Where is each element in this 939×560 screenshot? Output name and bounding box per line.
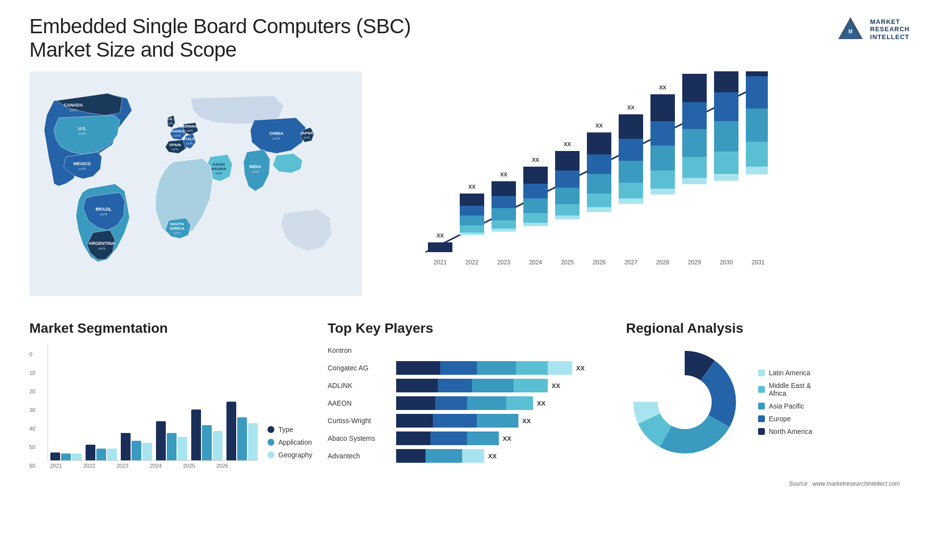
legend-dot-application (268, 439, 274, 446)
seg-bar-app (61, 453, 71, 460)
seg-bar-geo (142, 443, 152, 460)
legend-latin-america: Latin America (758, 369, 812, 377)
player-name-advantech: Advantech (328, 452, 391, 460)
bar-seg-3 (467, 396, 506, 410)
legend-item-geography: Geography (268, 451, 312, 459)
seg-bar-group-2026 (226, 402, 258, 460)
source-text: Source : www.marketresearchintellect.com (626, 480, 900, 487)
svg-rect-100 (714, 92, 738, 121)
svg-rect-94 (682, 74, 707, 102)
svg-rect-41 (460, 233, 484, 235)
legend-label-ap: Asia Pacific (769, 402, 804, 410)
svg-text:xx%: xx% (174, 134, 180, 137)
svg-rect-45 (460, 194, 484, 206)
svg-rect-43 (460, 215, 484, 225)
seg-bar-type (121, 433, 131, 460)
player-bar-abaco: XX (396, 431, 592, 445)
svg-text:2023: 2023 (497, 259, 511, 266)
svg-text:XX: XX (500, 172, 508, 177)
svg-text:xx%: xx% (303, 136, 310, 139)
player-row-abaco: Abaco Systems XX (328, 431, 592, 445)
player-row-congatec: Congatec AG XX (328, 361, 592, 375)
player-xx-adlink: XX (552, 382, 560, 389)
svg-rect-78 (619, 161, 643, 183)
logo-icon: M (836, 15, 865, 44)
legend-color-latin (758, 369, 765, 376)
svg-text:xx%: xx% (100, 212, 107, 216)
legend-color-eu (758, 415, 765, 422)
regional-section: Regional Analysis (616, 321, 910, 487)
svg-text:xx%: xx% (186, 142, 192, 145)
svg-rect-63 (555, 204, 580, 215)
svg-text:SPAIN: SPAIN (169, 143, 181, 147)
svg-rect-85 (650, 146, 675, 171)
segmentation-title: Market Segmentation (29, 321, 303, 336)
player-row-advantech: Advantech XX (328, 449, 592, 463)
svg-text:XX: XX (532, 157, 539, 163)
seg-bar-chart (47, 344, 258, 461)
player-bar-aaeon: XX (396, 396, 592, 410)
seg-bar-geo (72, 453, 82, 460)
regional-title: Regional Analysis (626, 321, 900, 336)
svg-rect-56 (523, 213, 548, 223)
map-svg-container: CANADA xx% U.S. xx% MEXICO xx% BRAZIL xx… (29, 71, 362, 306)
svg-text:ITALY: ITALY (184, 137, 195, 141)
svg-rect-50 (492, 208, 516, 220)
bar-seg-4 (516, 361, 548, 375)
svg-text:xx%: xx% (78, 131, 86, 136)
player-name-abaco: Abaco Systems (328, 434, 391, 442)
svg-rect-97 (714, 174, 738, 181)
legend-item-application: Application (268, 438, 312, 446)
svg-rect-99 (714, 121, 738, 151)
svg-text:XX: XX (627, 105, 635, 110)
logo-text: MARKET RESEARCH INTELLECT (870, 18, 910, 41)
svg-text:2030: 2030 (720, 259, 733, 266)
svg-text:xx%: xx% (69, 108, 77, 112)
svg-text:GERMANY: GERMANY (180, 124, 201, 129)
svg-text:ARGENTINA: ARGENTINA (89, 241, 115, 246)
svg-rect-76 (619, 198, 643, 204)
player-bar-congatec: XX (396, 361, 592, 375)
bar-seg-3 (462, 449, 484, 463)
svg-text:2024: 2024 (529, 259, 542, 266)
svg-rect-49 (492, 220, 516, 229)
svg-text:CANADA: CANADA (64, 103, 83, 108)
svg-rect-64 (555, 188, 580, 204)
legend-color-me (758, 386, 765, 393)
bar-seg-1 (396, 414, 433, 428)
legend-dot-geography (268, 452, 274, 458)
seg-x-2022: 2022 (83, 463, 93, 469)
svg-text:xx%: xx% (215, 172, 222, 175)
player-bar-kontron (396, 344, 592, 357)
svg-rect-72 (587, 154, 611, 174)
seg-bar-type (191, 409, 201, 460)
svg-text:U.K.: U.K. (166, 117, 174, 121)
svg-rect-71 (587, 174, 611, 194)
svg-text:2025: 2025 (561, 259, 574, 266)
player-xx-aaeon: XX (537, 400, 545, 407)
svg-text:xx%: xx% (166, 122, 173, 125)
svg-text:SAUDI: SAUDI (213, 162, 225, 167)
svg-text:SOUTH: SOUTH (170, 222, 184, 226)
seg-bar-app (167, 433, 177, 460)
seg-bar-geo (107, 449, 117, 460)
seg-bar-app (132, 441, 141, 460)
svg-text:2028: 2028 (656, 259, 670, 266)
svg-text:M: M (849, 29, 852, 34)
bar-chart-svg: XX 2021 XX 2022 (396, 71, 768, 277)
seg-bar-type (156, 421, 166, 460)
svg-text:MEXICO: MEXICO (73, 161, 91, 166)
svg-text:BRAZIL: BRAZIL (96, 207, 112, 212)
bar-seg-2 (425, 449, 462, 463)
svg-text:CHINA: CHINA (269, 131, 284, 136)
svg-text:AFRICA: AFRICA (170, 226, 184, 231)
svg-rect-106 (746, 108, 768, 142)
seg-bar-geo (248, 423, 258, 460)
svg-text:XX: XX (564, 141, 571, 147)
svg-text:2026: 2026 (593, 259, 606, 266)
svg-text:2022: 2022 (466, 259, 479, 266)
legend-north-america: North America (758, 428, 812, 435)
legend-label-geography: Geography (278, 451, 312, 459)
player-name-congatec: Congatec AG (328, 364, 391, 372)
svg-rect-42 (460, 225, 484, 233)
